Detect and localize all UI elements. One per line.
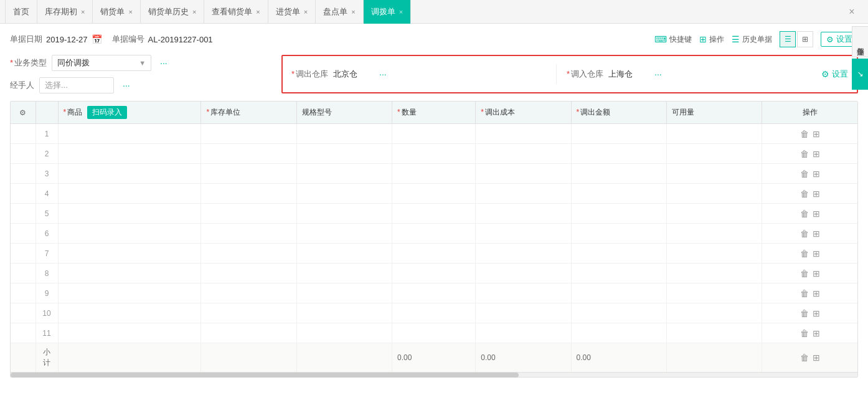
copy-icon[interactable]: ⊞	[813, 288, 820, 298]
row-op-cell: 🗑 ⊞	[762, 224, 857, 244]
row-goods-cell[interactable]	[58, 184, 201, 204]
row-op-cell: 🗑 ⊞	[762, 303, 857, 323]
tab-sales-order[interactable]: 销货单 ×	[93, 0, 140, 24]
row-goods-cell[interactable]	[58, 204, 201, 224]
tab-view-sales[interactable]: 查看销货单 ×	[204, 0, 268, 24]
tab-stock-init-close[interactable]: ×	[81, 8, 85, 16]
row-amount-cell	[571, 204, 666, 224]
transfer-in-more-button[interactable]: ···	[654, 69, 662, 79]
row-qty-cell	[392, 244, 476, 264]
warehouse-settings-label[interactable]: 设置	[832, 69, 848, 80]
row-spec-cell	[296, 323, 392, 343]
row-goods-cell[interactable]	[58, 323, 201, 343]
copy-icon[interactable]: ⊞	[813, 169, 820, 179]
row-goods-cell[interactable]	[58, 164, 201, 184]
delete-icon[interactable]: 🗑	[800, 189, 809, 199]
delete-icon[interactable]: 🗑	[800, 269, 809, 278]
operations-icon: ⊞	[699, 34, 707, 44]
row-spec-cell	[296, 184, 392, 204]
tab-transfer[interactable]: 调拨单 ×	[364, 0, 411, 24]
transfer-out-more-button[interactable]: ···	[379, 69, 387, 79]
row-op-cell: 🗑 ⊞	[762, 144, 857, 164]
tab-stock-init[interactable]: 库存期初 ×	[37, 0, 93, 24]
row-unit-cell	[201, 224, 296, 244]
delete-icon[interactable]: 🗑	[800, 249, 809, 259]
col-gear-header[interactable]: ⚙	[11, 102, 35, 124]
delete-icon[interactable]: 🗑	[800, 149, 809, 159]
copy-icon[interactable]: ⊞	[813, 189, 820, 199]
tab-sales-history[interactable]: 销货单历史 ×	[141, 0, 204, 24]
row-goods-cell[interactable]	[58, 224, 201, 244]
row-num-cell: 2	[35, 144, 58, 164]
copy-icon[interactable]: ⊞	[813, 269, 820, 278]
list-view-button[interactable]: ☰	[780, 31, 796, 47]
copy-icon[interactable]: ⊞	[813, 328, 820, 338]
close-window-button[interactable]: ×	[841, 0, 863, 24]
row-goods-cell[interactable]	[58, 303, 201, 323]
notes-panel-button[interactable]: 单据备注	[852, 26, 868, 57]
biz-type-chevron-icon: ▼	[139, 59, 146, 67]
main-content: 单据日期 2019-12-27 📅 单据编号 AL-20191227-001 ⌨…	[0, 24, 868, 385]
row-qty-cell	[392, 204, 476, 224]
handler-input[interactable]: 选择...	[39, 77, 114, 93]
tab-sales-order-close[interactable]: ×	[128, 8, 132, 16]
delete-icon[interactable]: 🗑	[800, 229, 809, 239]
delete-icon[interactable]: 🗑	[800, 288, 809, 298]
table-row: 10 🗑 ⊞	[11, 303, 857, 323]
grid-view-button[interactable]: ⊞	[797, 31, 813, 47]
settings-icon: ⚙	[826, 35, 834, 44]
delete-icon[interactable]: 🗑	[800, 308, 809, 318]
row-goods-cell[interactable]	[58, 144, 201, 164]
copy-icon[interactable]: ⊞	[813, 209, 820, 219]
row-goods-cell[interactable]	[58, 264, 201, 283]
copy-icon[interactable]: ⊞	[813, 249, 820, 259]
row-goods-cell[interactable]	[58, 244, 201, 264]
subtotal-num-cell: 小计	[35, 343, 58, 373]
calendar-icon[interactable]: 📅	[92, 34, 102, 44]
tab-purchase[interactable]: 进货单 ×	[268, 0, 316, 24]
transfer-out-group: *调出仓库 北京仓 ···	[291, 69, 546, 80]
delete-icon[interactable]: 🗑	[800, 169, 809, 179]
shortcuts-button[interactable]: ⌨ 快捷键	[654, 34, 692, 45]
history-button[interactable]: ☰ 历史单据	[732, 34, 772, 45]
row-cost-cell	[476, 124, 571, 144]
row-goods-cell[interactable]	[58, 283, 201, 303]
tab-transfer-close[interactable]: ×	[399, 8, 403, 16]
row-cost-cell	[476, 244, 571, 264]
row-op-cell: 🗑 ⊞	[762, 244, 857, 264]
row-cost-cell	[476, 264, 571, 283]
tab-home[interactable]: 首页	[5, 0, 37, 24]
row-gear-cell	[11, 264, 35, 283]
table-settings-icon[interactable]: ⚙	[19, 108, 26, 117]
row-num-cell: 5	[35, 204, 58, 224]
operations-button[interactable]: ⊞ 操作	[699, 34, 724, 45]
copy-icon[interactable]: ⊞	[813, 149, 820, 159]
expand-panel-button[interactable]: ↗	[852, 59, 868, 90]
row-goods-cell[interactable]	[58, 124, 201, 144]
row-spec-cell	[296, 164, 392, 184]
copy-icon[interactable]: ⊞	[813, 129, 820, 139]
biz-type-more-button[interactable]: ···	[160, 58, 167, 68]
delete-icon[interactable]: 🗑	[800, 328, 809, 338]
row-qty-cell	[392, 283, 476, 303]
tab-sales-history-close[interactable]: ×	[192, 8, 196, 16]
table-header-row: ⚙ *商品 扫码录入 *库存单位 规格型号 *数量 *调出成本	[11, 102, 857, 124]
handler-more-button[interactable]: ···	[123, 80, 130, 90]
subtotal-copy-icon[interactable]: ⊞	[813, 353, 820, 363]
tab-view-sales-close[interactable]: ×	[256, 8, 260, 16]
biz-type-select[interactable]: 同价调拨 ▼	[52, 55, 151, 71]
toolbar-right: ⌨ 快捷键 ⊞ 操作 ☰ 历史单据 ☰ ⊞ ⚙ 设置	[654, 31, 858, 47]
tab-inventory[interactable]: 盘点单 ×	[316, 0, 363, 24]
delete-icon[interactable]: 🗑	[800, 209, 809, 219]
items-table-wrapper: ⚙ *商品 扫码录入 *库存单位 规格型号 *数量 *调出成本	[10, 101, 858, 378]
copy-icon[interactable]: ⊞	[813, 308, 820, 318]
delete-icon[interactable]: 🗑	[800, 129, 809, 139]
horizontal-scrollbar[interactable]	[11, 372, 857, 377]
tab-purchase-close[interactable]: ×	[304, 8, 308, 16]
col-goods-header: *商品 扫码录入	[58, 102, 201, 124]
toolbar-row: 单据日期 2019-12-27 📅 单据编号 AL-20191227-001 ⌨…	[10, 31, 858, 47]
copy-icon[interactable]: ⊞	[813, 229, 820, 239]
scan-button[interactable]: 扫码录入	[87, 106, 127, 119]
subtotal-delete-icon[interactable]: 🗑	[800, 353, 809, 363]
tab-inventory-close[interactable]: ×	[351, 8, 355, 16]
